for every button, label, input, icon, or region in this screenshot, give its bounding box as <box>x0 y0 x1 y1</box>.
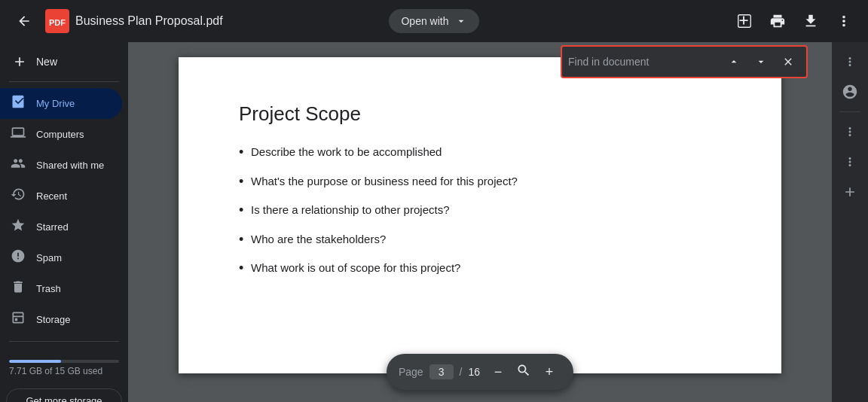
zoom-out-label: − <box>494 364 503 380</box>
sidebar-item-storage[interactable]: Storage <box>0 304 122 335</box>
page-number-input[interactable] <box>429 364 454 379</box>
page-controls: Page / 16 − + <box>387 354 573 390</box>
pdf-content-list: Describe the work to be accomplished Wha… <box>239 144 721 277</box>
chevron-up-icon <box>728 56 740 68</box>
chevron-down-icon <box>755 56 767 68</box>
header: PDF Business Plan Proposal.pdf Open with <box>0 0 868 42</box>
back-button[interactable] <box>9 6 39 36</box>
sidebar-item-recent[interactable]: Recent <box>0 181 122 212</box>
zoom-out-button[interactable]: − <box>486 360 510 384</box>
right-panel-dots-3[interactable] <box>836 148 863 175</box>
main-area: New My Drive Computers <box>0 42 868 402</box>
header-left: PDF Business Plan Proposal.pdf <box>9 6 383 36</box>
page-separator: / <box>460 366 463 378</box>
list-item: Describe the work to be accomplished <box>239 144 721 161</box>
right-panel-divider <box>839 111 860 112</box>
pdf-file-icon: PDF <box>45 9 69 33</box>
add-shortcut-button[interactable] <box>729 6 760 36</box>
get-more-storage-button[interactable]: Get more storage <box>6 388 122 402</box>
more-vertical-icon <box>836 13 852 29</box>
sidebar-item-label: Shared with me <box>36 160 104 171</box>
print-button[interactable] <box>763 6 793 36</box>
recent-icon <box>9 187 27 206</box>
get-more-storage-label: Get more storage <box>26 395 102 402</box>
more-vert-icon-3 <box>843 155 857 169</box>
list-item: Is there a relationship to other project… <box>239 202 721 219</box>
sidebar-item-shared-with-me[interactable]: Shared with me <box>0 150 122 181</box>
find-toolbar <box>561 45 808 78</box>
sidebar-item-label: Spam <box>36 252 62 263</box>
account-icon <box>842 84 858 100</box>
sidebar-item-label: Computers <box>36 129 84 140</box>
spam-icon <box>9 248 27 267</box>
storage-bar-background <box>9 360 119 363</box>
right-panel-dots-1[interactable] <box>836 48 863 75</box>
right-panel-add[interactable] <box>836 178 863 206</box>
storage-icon <box>9 310 27 329</box>
find-prev-button[interactable] <box>722 50 746 74</box>
zoom-icon <box>516 363 531 382</box>
pdf-viewer[interactable]: Project Scope Describe the work to be ac… <box>128 42 832 402</box>
sidebar-divider-2 <box>9 341 119 342</box>
starred-icon <box>9 218 27 236</box>
page-total: 16 <box>469 366 481 378</box>
find-next-button[interactable] <box>749 50 773 74</box>
trash-icon <box>9 279 27 298</box>
add-icon <box>842 184 857 199</box>
sidebar-item-label: Starred <box>36 221 69 233</box>
header-right <box>485 6 859 36</box>
header-center: Open with <box>389 9 478 33</box>
plus-icon <box>12 54 27 69</box>
storage-info: 7.71 GB of 15 GB used <box>0 348 128 382</box>
storage-bar-fill <box>9 360 61 363</box>
more-options-button[interactable] <box>829 6 859 36</box>
sidebar-item-label: Trash <box>36 283 61 294</box>
chevron-down-icon <box>455 15 467 27</box>
sidebar-item-label: My Drive <box>36 98 75 109</box>
add-shortcut-icon <box>736 13 753 29</box>
sidebar-item-trash[interactable]: Trash <box>0 273 122 304</box>
pdf-document: Project Scope Describe the work to be ac… <box>179 57 781 373</box>
my-drive-icon <box>9 94 27 113</box>
computers-icon <box>9 125 27 144</box>
download-icon <box>802 13 819 29</box>
more-vert-icon <box>843 55 857 69</box>
zoom-in-label: + <box>546 364 554 380</box>
new-button[interactable]: New <box>0 48 128 75</box>
sidebar: New My Drive Computers <box>0 42 128 402</box>
list-item: What work is out of scope for this proje… <box>239 260 721 277</box>
list-item: What's the purpose or business need for … <box>239 173 721 190</box>
pdf-title: Project Scope <box>239 102 721 126</box>
sidebar-item-label: Recent <box>36 190 67 202</box>
new-label: New <box>36 56 57 68</box>
sidebar-item-computers[interactable]: Computers <box>0 119 122 150</box>
find-input[interactable] <box>568 56 719 68</box>
sidebar-item-label: Storage <box>36 314 71 325</box>
find-close-button[interactable] <box>776 50 800 74</box>
list-item: Who are the stakeholders? <box>239 231 721 248</box>
right-panel-dots-2[interactable] <box>836 118 863 145</box>
file-title: Business Plan Proposal.pdf <box>75 14 223 28</box>
zoom-in-button[interactable]: + <box>537 360 561 384</box>
right-panel-avatar[interactable] <box>836 78 863 105</box>
sidebar-item-my-drive[interactable]: My Drive <box>0 88 122 119</box>
more-vert-icon-2 <box>843 125 857 139</box>
open-with-button[interactable]: Open with <box>389 9 478 33</box>
sidebar-item-spam[interactable]: Spam <box>0 242 122 273</box>
right-panel <box>832 42 868 402</box>
close-icon <box>782 56 794 68</box>
open-with-label: Open with <box>401 15 448 27</box>
print-icon <box>769 13 786 29</box>
download-button[interactable] <box>796 6 826 36</box>
page-label: Page <box>399 366 423 378</box>
storage-used-text: 7.71 GB of 15 GB used <box>9 366 102 376</box>
sidebar-item-starred[interactable]: Starred <box>0 212 122 242</box>
svg-text:PDF: PDF <box>49 18 66 27</box>
shared-icon <box>9 156 27 175</box>
sidebar-divider <box>9 81 119 82</box>
